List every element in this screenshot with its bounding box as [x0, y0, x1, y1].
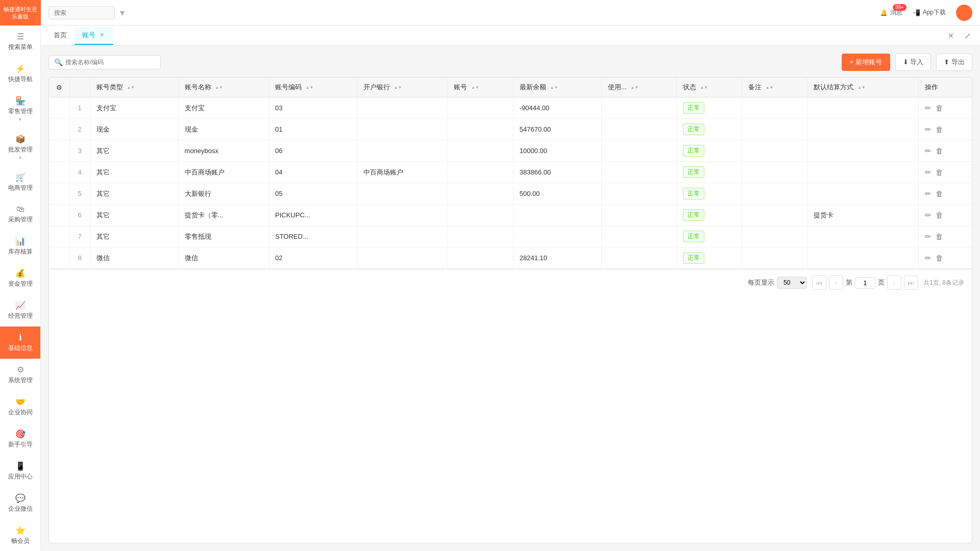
messages-button[interactable]: 🔔 消息 99+: [880, 8, 902, 17]
delete-icon[interactable]: 🗑: [936, 168, 943, 177]
sidebar-item-new-user-guide[interactable]: 🎯 新手引导: [0, 423, 40, 455]
edit-icon[interactable]: ✏: [925, 168, 932, 177]
sort-icon: ▲▼: [127, 85, 135, 90]
delete-icon[interactable]: 🗑: [936, 254, 943, 262]
table-row: 3 其它 moneybosx 06 10000.00 正常 ✏ 🗑: [49, 140, 972, 162]
minimize-button[interactable]: ✕: [944, 29, 958, 43]
sidebar-item-app-center[interactable]: 📱 应用中心: [0, 455, 40, 487]
sidebar-item-enterprise-wechat[interactable]: 💬 企业微信: [0, 487, 40, 519]
delete-icon[interactable]: 🗑: [936, 211, 943, 219]
edit-icon[interactable]: ✏: [925, 125, 932, 134]
edit-icon[interactable]: ✏: [925, 211, 932, 220]
row-bank: [357, 183, 448, 205]
th-balance[interactable]: 最新余额 ▲▼: [513, 78, 601, 97]
th-remark[interactable]: 备注 ▲▼: [742, 78, 807, 97]
action-btns: ✏ 🗑: [925, 211, 966, 220]
per-page-select: 每页显示 50 100 200: [748, 277, 807, 289]
sidebar-item-search-menu[interactable]: ☰ 搜索菜单: [0, 26, 40, 58]
row-status: 正常: [676, 247, 742, 269]
sidebar-item-enterprise-agreement[interactable]: 🤝 企业协同: [0, 391, 40, 423]
row-actions: ✏ 🗑: [919, 97, 972, 119]
sidebar-item-retail-mgmt[interactable]: 🏪 零售管理 ▼: [0, 90, 40, 128]
sidebar-item-label: 采购管理: [8, 215, 33, 224]
row-settings-cell: [49, 119, 69, 140]
row-default-settlement: [807, 162, 919, 183]
sidebar-item-inventory[interactable]: 📊 库存核算: [0, 230, 40, 262]
row-balance: 500.00: [513, 183, 601, 205]
export-button[interactable]: ⬆ 导出: [936, 54, 972, 71]
row-account-num: [448, 183, 513, 205]
row-account-name: 大新银行: [178, 183, 268, 205]
sidebar-item-basic-info[interactable]: ℹ 基础信息: [0, 327, 40, 359]
delete-icon[interactable]: 🗑: [936, 146, 943, 155]
sidebar-item-label: 新手引导: [8, 440, 33, 449]
sidebar-nav: ☰ 搜索菜单 ⚡ 快捷导航 🏪 零售管理 ▼ 📦 批发管理 ▼ 🛒 电商管理 🛍…: [0, 26, 40, 551]
logo: 畅捷通时生意 乐趣版: [0, 0, 41, 26]
sidebar-item-finance-mgmt[interactable]: 💰 资金管理: [0, 262, 40, 294]
add-account-button[interactable]: + 新增账号: [842, 54, 890, 71]
prev-page-button[interactable]: ‹: [829, 276, 843, 290]
row-usage: [601, 162, 676, 183]
row-actions: ✏ 🗑: [919, 119, 972, 140]
delete-icon[interactable]: 🗑: [936, 125, 943, 134]
th-usage[interactable]: 使用... ▲▼: [601, 78, 676, 97]
edit-icon[interactable]: ✏: [925, 232, 932, 241]
search-input[interactable]: [65, 59, 155, 66]
first-page-button[interactable]: ⏮: [812, 276, 826, 290]
row-balance: [513, 226, 601, 247]
th-status[interactable]: 状态 ▲▼: [676, 78, 742, 97]
row-account-code: 02: [268, 247, 357, 269]
th-account-code[interactable]: 账号编码 ▲▼: [268, 78, 357, 97]
row-account-type: 其它: [90, 183, 178, 205]
row-settings-cell: [49, 97, 69, 119]
sidebar-item-operations-mgmt[interactable]: 📈 经营管理: [0, 294, 40, 327]
delete-icon[interactable]: 🗑: [936, 104, 943, 112]
row-account-code: STORED...: [268, 226, 357, 247]
sidebar-item-ecommerce-mgmt[interactable]: 🛒 电商管理: [0, 166, 40, 198]
user-avatar[interactable]: [956, 5, 972, 21]
row-account-num: [448, 226, 513, 247]
row-remark: [742, 140, 807, 162]
last-page-button[interactable]: ⏭: [904, 276, 918, 290]
app-download-button[interactable]: 📲 App下载: [913, 8, 946, 17]
th-default-settlement[interactable]: 默认结算方式 ▲▼: [807, 78, 919, 97]
delete-icon[interactable]: 🗑: [936, 189, 943, 198]
th-account-name[interactable]: 账号名称 ▲▼: [178, 78, 268, 97]
dropdown-icon[interactable]: ▾: [120, 7, 125, 18]
import-button[interactable]: ⬇ 导入: [895, 54, 932, 71]
row-account-code: 06: [268, 140, 357, 162]
table-row: 5 其它 大新银行 05 500.00 正常 ✏ 🗑: [49, 183, 972, 205]
th-account-num[interactable]: 账号 ▲▼: [448, 78, 513, 97]
sidebar-item-wholesale-mgmt[interactable]: 📦 批发管理 ▼: [0, 128, 40, 166]
tab-account-close[interactable]: ✕: [98, 31, 106, 39]
row-remark: [742, 247, 807, 269]
delete-icon[interactable]: 🗑: [936, 232, 943, 241]
sidebar-item-quick-nav[interactable]: ⚡ 快捷导航: [0, 58, 40, 90]
sidebar-item-system-mgmt[interactable]: ⚙ 系统管理: [0, 359, 40, 391]
row-num-cell: 6: [69, 205, 90, 226]
tab-home[interactable]: 首页: [46, 27, 75, 45]
chevron-down-icon: ▼: [18, 156, 22, 160]
tab-account[interactable]: 账号 ✕: [75, 27, 113, 45]
edit-icon[interactable]: ✏: [925, 189, 932, 198]
edit-icon[interactable]: ✏: [925, 104, 932, 113]
edit-icon[interactable]: ✏: [925, 146, 932, 156]
row-status: 正常: [676, 226, 742, 247]
edit-icon[interactable]: ✏: [925, 254, 932, 263]
retail-mgmt-icon: 🏪: [15, 96, 26, 106]
top-search-input[interactable]: [48, 6, 115, 19]
maximize-button[interactable]: ⤢: [961, 29, 975, 43]
th-settings[interactable]: ⚙: [49, 78, 69, 97]
page-input[interactable]: [855, 277, 875, 289]
next-page-button[interactable]: ›: [887, 276, 901, 290]
sidebar-item-vip-member[interactable]: ⭐ 畅会员: [0, 519, 40, 551]
sort-icon: ▲▼: [630, 85, 639, 90]
th-account-type[interactable]: 账号类型 ▲▼: [90, 78, 178, 97]
status-badge: 正常: [683, 166, 704, 178]
row-usage: [601, 97, 676, 119]
row-actions: ✏ 🗑: [919, 162, 972, 183]
per-page-dropdown[interactable]: 50 100 200: [777, 277, 807, 289]
th-bank[interactable]: 开户银行 ▲▼: [357, 78, 448, 97]
new-user-guide-icon: 🎯: [15, 429, 26, 439]
sidebar-item-purchase-mgmt[interactable]: 🛍 采购管理: [0, 198, 40, 230]
